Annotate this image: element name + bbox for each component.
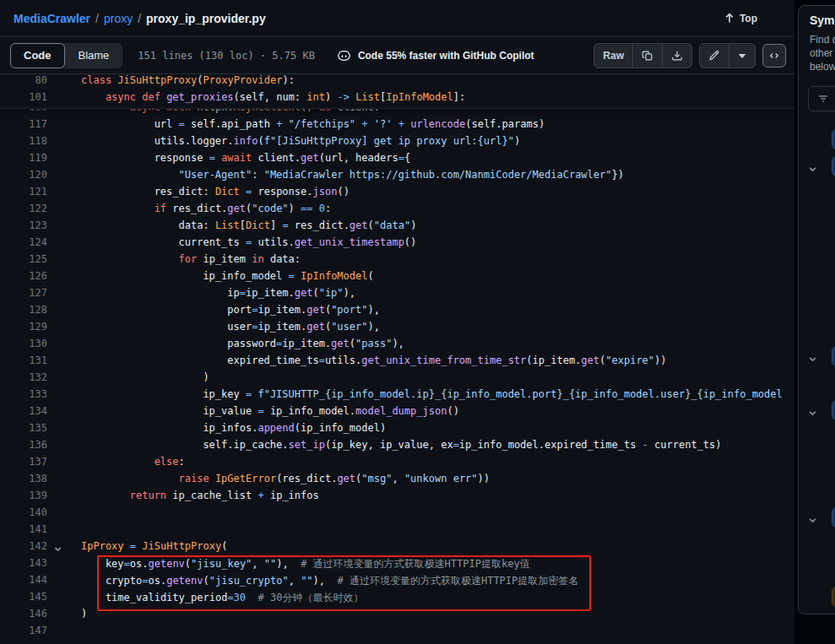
scroll-to-top-button[interactable]: Top <box>719 12 762 25</box>
copilot-icon <box>337 49 351 62</box>
breadcrumb-separator: / <box>95 12 99 25</box>
code-line-125: 125for ip_item in data: <box>0 253 794 270</box>
tab-code[interactable]: Code <box>10 43 65 68</box>
tab-blame[interactable]: Blame <box>65 43 123 68</box>
file-view: MediaCrawler / proxy / proxy_ip_provider… <box>0 0 794 644</box>
code-line-text: time_validity_period=30 # 30分钟（最长时效） <box>81 591 363 608</box>
symbol-list-item[interactable] <box>799 587 835 607</box>
code-blame-tabs: Code Blame <box>10 43 122 68</box>
symbol-kind-badge <box>832 129 835 149</box>
code-line-133: 133ip_key = f"JISUHTTP_{ip_info_model.ip… <box>0 388 794 405</box>
code-line-134: 134ip_value = ip_info_model.model_dump_j… <box>0 405 794 422</box>
code-line-126: 126ip_info_model = IpInfoModel( <box>0 270 794 287</box>
breadcrumb-folder-link[interactable]: proxy <box>104 12 133 25</box>
code-line-text: url = self.api_path + "/fetchips" + '?' … <box>81 118 545 135</box>
symbol-kind-badge <box>832 346 835 366</box>
code-line-text: raise IpGetError(res_dict.get("msg", "un… <box>81 473 490 490</box>
line-number[interactable]: 120 <box>0 169 47 186</box>
symbol-list-item[interactable] <box>799 400 835 420</box>
symbol-list-item[interactable] <box>799 507 835 528</box>
breadcrumb-file-name: proxy_ip_provider.py <box>146 12 266 25</box>
line-number[interactable]: 128 <box>0 304 47 321</box>
raw-copy-download-group: Raw <box>594 43 692 68</box>
code-line-130: 130password=ip_item.get("pass"), <box>0 338 794 354</box>
code-line-text: ip_key = f"JISUHTTP_{ip_info_model.ip}_{… <box>81 388 783 405</box>
line-number[interactable]: 129 <box>0 321 47 338</box>
symbols-desc-line: below. <box>810 60 835 73</box>
symbol-list-item[interactable] <box>799 129 835 149</box>
code-line-text: res_dict: Dict = response.json() <box>81 186 350 203</box>
symbols-desc-line: other symbols in this file by clicking a… <box>810 46 835 60</box>
code-editor: 116async with httpx.AsyncClient() as cli… <box>0 74 794 644</box>
line-number[interactable]: 145 <box>0 591 47 608</box>
code-line-123: 123data: List[Dict] = res_dict.get("data… <box>0 219 794 236</box>
line-number[interactable]: 131 <box>0 354 47 371</box>
code-line-text: ip=ip_item.get("ip"), <box>81 287 355 304</box>
line-number[interactable]: 101 <box>0 91 47 108</box>
line-number[interactable]: 141 <box>0 523 47 540</box>
breadcrumb-repo-link[interactable]: MediaCrawler <box>14 12 90 25</box>
line-number[interactable]: 144 <box>0 574 47 591</box>
code-line-text: crypto=os.getenv("jisu_crypto", ""), # 通… <box>81 574 578 591</box>
line-number[interactable]: 80 <box>0 74 47 91</box>
symbol-list-item[interactable] <box>799 346 835 366</box>
code-line-140: 140 <box>0 506 794 523</box>
line-number[interactable]: 136 <box>0 439 47 456</box>
code-line-143: 143key=os.getenv("jisu_key", ""), # 通过环境… <box>0 557 794 574</box>
line-number[interactable]: 125 <box>0 253 47 270</box>
line-number[interactable]: 119 <box>0 152 47 169</box>
symbol-kind-badge <box>832 156 835 176</box>
download-raw-button[interactable] <box>662 44 691 68</box>
line-number[interactable]: 127 <box>0 287 47 304</box>
symbol-list-item[interactable] <box>799 156 835 176</box>
chevron-down-icon[interactable] <box>808 162 817 177</box>
line-number[interactable]: 138 <box>0 473 47 490</box>
code-line-127: 127ip=ip_item.get("ip"), <box>0 287 794 304</box>
raw-button[interactable]: Raw <box>594 44 632 68</box>
code-line-text: port=ip_item.get("port"), <box>81 304 380 321</box>
copilot-banner[interactable]: Code 55% faster with GitHub Copilot <box>337 49 534 62</box>
line-number[interactable]: 146 <box>0 608 47 625</box>
chevron-down-icon[interactable] <box>808 513 817 528</box>
line-number[interactable]: 137 <box>0 456 47 473</box>
line-number[interactable]: 133 <box>0 388 47 405</box>
symbols-pane-toggle-button[interactable] <box>762 44 786 68</box>
code-line-120: 120"User-Agent": "MediaCrawler https://g… <box>0 169 794 186</box>
line-number[interactable]: 142 <box>0 540 47 557</box>
filter-icon <box>817 93 829 105</box>
sticky-scope-header: 80class JiSuHttpProxy(ProxyProvider):101… <box>0 74 794 109</box>
toolbar-actions: Raw <box>594 43 786 68</box>
code-line-text: self.ip_cache.set_ip(ip_key, ip_value, e… <box>81 439 722 456</box>
line-number[interactable]: 124 <box>0 236 47 253</box>
line-number[interactable]: 147 <box>0 625 47 641</box>
code-symbols-icon <box>767 49 781 62</box>
edit-dropdown-button[interactable] <box>729 44 755 68</box>
symbol-kind-badge <box>832 400 835 420</box>
line-number[interactable]: 135 <box>0 422 47 439</box>
line-number[interactable]: 126 <box>0 270 47 287</box>
line-number[interactable]: 118 <box>0 135 47 152</box>
line-number[interactable]: 132 <box>0 371 47 388</box>
code-line-text: ip_infos.append(ip_info_model) <box>81 422 386 439</box>
line-number[interactable]: 140 <box>0 506 47 523</box>
edit-file-button[interactable] <box>700 44 729 68</box>
line-number[interactable]: 122 <box>0 203 47 219</box>
line-number[interactable]: 143 <box>0 557 47 574</box>
line-number[interactable]: 117 <box>0 118 47 135</box>
copy-raw-button[interactable] <box>632 44 662 68</box>
line-number[interactable]: 134 <box>0 405 47 422</box>
chevron-down-icon[interactable] <box>808 352 817 367</box>
fold-chevron-icon[interactable] <box>53 544 63 555</box>
chevron-down-icon[interactable] <box>808 406 817 421</box>
line-number[interactable]: 121 <box>0 186 47 203</box>
code-line-147: 147 <box>0 625 794 641</box>
code-line-text: user=ip_item.get("user"), <box>81 321 380 338</box>
line-number[interactable]: 139 <box>0 490 47 506</box>
breadcrumb-separator: / <box>138 12 141 25</box>
line-number[interactable]: 123 <box>0 219 47 236</box>
symbols-filter-input[interactable] <box>808 86 835 111</box>
file-toolbar: Code Blame 151 lines (130 loc) · 5.75 KB… <box>0 37 794 74</box>
code-line-121: 121res_dict: Dict = response.json() <box>0 186 794 203</box>
line-number[interactable]: 130 <box>0 338 47 354</box>
code-line-text: key=os.getenv("jisu_key", ""), # 通过环境变量的… <box>81 557 530 574</box>
